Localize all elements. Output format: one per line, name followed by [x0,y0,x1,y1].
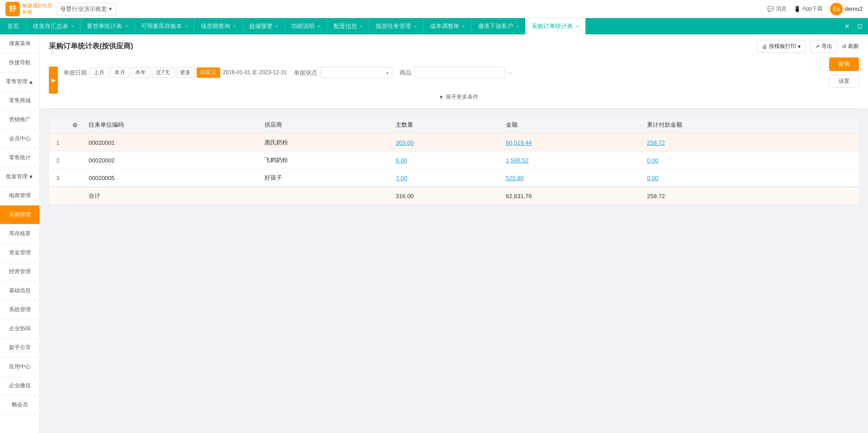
sidebar-item-wholesale[interactable]: 批发管理 ▼ [0,167,39,186]
close-icon[interactable]: × [516,24,519,29]
close-icon[interactable]: × [414,24,416,29]
workspace-selector[interactable]: 母婴行业演示账套 ▾ [56,3,116,15]
goods-label: 商品 [400,69,411,77]
tab-invite-downstream[interactable]: 邀请下游客户 × [472,18,525,34]
sidebar-item-marketing[interactable]: 营销推广 [0,110,39,129]
date-filter: 单据日期 上月 本月 本年 近7天 更多 自定义 2016-01-01 至 20… [63,67,287,78]
more-options-icon[interactable]: ··· [507,69,512,76]
row-main-qty: 7.00 [390,169,500,187]
tab-config-info[interactable]: 配置信息 × [327,18,369,34]
page-header: 采购订单统计表(按供应商) 🖨 按模板打印 ▾ ↗ 导出 ↺ 刷新 [40,34,868,109]
sidebar-item-retail-stats[interactable]: 零售统计 [0,148,39,167]
tab-purchase-summary[interactable]: 采购订单统计表 × [525,18,585,34]
tab-cost-adjust[interactable]: 成本调整单 × [424,18,472,34]
tab-func-desc[interactable]: 功能说明 × [285,18,327,34]
sidebar: 搜索菜单 快捷导航 零售管理 ▲ 零售商城 营销推广 会员中心 零售统计 批发管… [0,34,40,433]
content-area: 采购订单统计表(按供应商) 🖨 按模板打印 ▾ ↗ 导出 ↺ 刷新 [40,34,868,433]
goods-filter: 商品 ··· [400,67,512,78]
sidebar-item-quick-nav[interactable]: 快捷导航 [0,53,39,72]
date-btn-7days[interactable]: 近7天 [152,67,174,78]
row-unit-code: 00020001 [83,134,259,152]
date-range: 2016-01-01 至 2023-12-31 [223,69,287,76]
sidebar-item-finance[interactable]: 资金管理 [0,243,39,262]
custom-tag: 自定义 [197,67,220,78]
col-header-paid-amount: 累计付款金额 [642,116,817,134]
query-actions: 查询 设置 [829,57,859,88]
tab-home[interactable]: 首页 [0,18,27,34]
sidebar-item-basic-info[interactable]: 基础信息 [0,281,39,300]
row-main-qty: 303.00 [390,134,500,152]
row-index: 2 [49,152,67,169]
table-body: 1 00020001 惠氏奶粉 303.00 60,519.44 259.72 … [49,134,859,187]
expand-conditions-button[interactable]: ▼ 展开更多条件 [439,93,478,101]
row-index: 3 [49,169,67,187]
sidebar-item-system[interactable]: 系统管理 [0,300,39,319]
refresh-button[interactable]: ↺ 刷新 [842,43,859,50]
sidebar-item-retail[interactable]: 零售管理 ▲ [0,72,39,91]
footer-label: 合计 [83,187,259,205]
row-amount: 1,586.52 [500,152,642,169]
date-btn-more[interactable]: 更多 [176,67,195,78]
col-header-gear[interactable]: ⚙ [67,116,83,134]
sidebar-item-app-center[interactable]: 应用中心 [0,357,39,376]
sidebar-item-purchase[interactable]: 采购管理 [0,205,39,224]
goods-input[interactable] [414,67,505,78]
sidebar-item-ecommerce[interactable]: 电商管理 [0,186,39,205]
page-title-row: 采购订单统计表(按供应商) 🖨 按模板打印 ▾ ↗ 导出 ↺ 刷新 [49,40,859,53]
col-header-main-qty: 主数量 [390,116,500,134]
close-icon[interactable]: × [462,24,465,29]
tab-goods-summary[interactable]: 要货单统计表 × [80,18,134,34]
date-btn-this-month[interactable]: 本月 [110,67,129,78]
footer-empty4 [817,187,859,205]
date-btn-last-month[interactable]: 上月 [90,67,108,78]
close-icon[interactable]: × [317,24,320,29]
tab-usable-stock[interactable]: 可用量库存账本 × [135,18,194,34]
close-icon[interactable]: × [233,24,236,29]
maximize-tab-btn[interactable]: ⊡ [855,21,864,32]
close-icon[interactable]: × [576,24,578,29]
row-unit-code: 00020002 [83,152,259,169]
sidebar-item-new-guide[interactable]: 新手引导 [0,338,39,357]
export-button[interactable]: ↗ 导出 [810,40,837,53]
sidebar-item-corp-collab[interactable]: 企业协同 [0,319,39,338]
sidebar-item-inventory[interactable]: 库存核算 [0,224,39,243]
query-button[interactable]: 查询 [829,57,859,71]
sidebar-item-operations[interactable]: 经营管理 [0,262,39,281]
data-table: ⚙ 往来单位编码 供应商 主数量 金额 累计付款金额 1 00020001 [49,116,859,205]
settings-button[interactable]: 设置 [829,75,859,88]
tab-expiry-query[interactable]: 保质期查询 × [194,18,242,34]
row-paid-amount: 0.00 [642,152,817,169]
footer-paid-amount: 259.72 [642,187,817,205]
footer-empty1 [49,187,67,205]
tab-overstock-warning[interactable]: 超储预警 × [243,18,285,34]
collapse-arrow-button[interactable]: ▶ [49,67,58,94]
footer-empty2 [67,187,83,205]
sidebar-item-member-card[interactable]: 畅会员 [0,395,39,414]
filter-inner: 单据日期 上月 本月 本年 近7天 更多 自定义 2016-01-01 至 20… [58,57,859,104]
avatar: Ea [830,3,843,15]
tab-pick-task[interactable]: 拣货任务管理 × [369,18,423,34]
message-button[interactable]: 💬 消息 [767,5,787,13]
close-icon[interactable]: × [185,24,188,29]
close-icon[interactable]: × [360,24,363,29]
close-icon[interactable]: × [71,24,74,29]
sidebar-item-corp-wechat[interactable]: 企业微信 [0,376,39,395]
sidebar-item-search[interactable]: 搜索菜单 [0,34,39,53]
sidebar-item-members[interactable]: 会员中心 [0,129,39,148]
row-extra [817,152,859,169]
app-download-button[interactable]: 📱 App下载 [794,5,823,13]
close-icon[interactable]: × [125,24,127,29]
close-icon[interactable]: × [275,24,278,29]
row-main-qty: 6.00 [390,152,500,169]
close-tab-btn[interactable]: ✕ [843,21,852,32]
template-print-button[interactable]: 🖨 按模板打印 ▾ [757,40,806,53]
sidebar-item-retail-shop[interactable]: 零售商城 [0,91,39,110]
tab-receive-send[interactable]: 收发存汇总表 × [27,18,80,34]
col-header-supplier: 供应商 [259,116,390,134]
date-btn-this-year[interactable]: 本年 [131,67,150,78]
download-icon: 📱 [794,6,801,12]
user-profile[interactable]: Ea demo2 [830,3,863,15]
col-header-extra [817,116,859,134]
row-index: 1 [49,134,67,152]
status-select[interactable] [320,67,392,78]
